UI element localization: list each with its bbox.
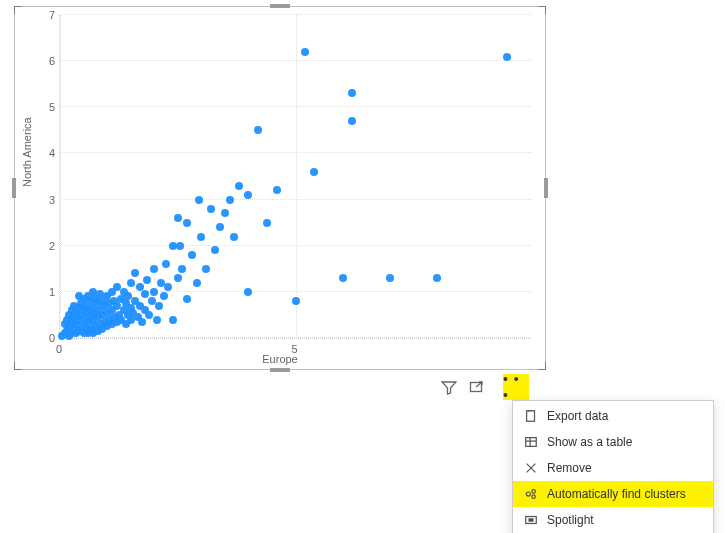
visual-toolbar <box>440 379 486 397</box>
data-point[interactable] <box>348 89 356 97</box>
gridline-v <box>296 15 297 338</box>
data-point[interactable] <box>301 48 309 56</box>
spotlight-icon <box>523 512 539 528</box>
svg-rect-7 <box>528 518 533 522</box>
data-point[interactable] <box>244 288 252 296</box>
x-tick-label: 5 <box>291 343 297 355</box>
menu-item-clusters[interactable]: Automatically find clusters <box>513 481 713 507</box>
y-tick-label: 2 <box>41 240 55 252</box>
data-point[interactable] <box>433 274 441 282</box>
menu-item-remove[interactable]: Remove <box>513 455 713 481</box>
data-point[interactable] <box>174 214 182 222</box>
y-tick-label: 4 <box>41 147 55 159</box>
table-icon <box>523 434 539 450</box>
data-point[interactable] <box>155 302 163 310</box>
data-point[interactable] <box>160 292 168 300</box>
data-point[interactable] <box>176 242 184 250</box>
data-point[interactable] <box>169 316 177 324</box>
svg-point-5 <box>532 495 536 499</box>
data-point[interactable] <box>141 290 149 298</box>
context-menu: Export dataShow as a tableRemoveAutomati… <box>512 400 714 533</box>
data-point[interactable] <box>235 182 243 190</box>
data-point[interactable] <box>195 196 203 204</box>
data-point[interactable] <box>221 209 229 217</box>
filter-icon[interactable] <box>440 379 458 397</box>
data-point[interactable] <box>254 126 262 134</box>
y-tick-label: 6 <box>41 55 55 67</box>
data-point[interactable] <box>503 53 511 61</box>
data-point[interactable] <box>216 223 224 231</box>
close-icon <box>523 460 539 476</box>
resize-handle-br[interactable] <box>538 362 546 370</box>
data-point[interactable] <box>244 191 252 199</box>
data-point[interactable] <box>183 295 191 303</box>
y-axis-label: North America <box>21 117 33 187</box>
menu-item-label: Remove <box>547 461 592 475</box>
svg-rect-1 <box>527 411 535 422</box>
data-point[interactable] <box>143 276 151 284</box>
data-point[interactable] <box>174 274 182 282</box>
resize-handle-top[interactable] <box>270 4 290 8</box>
resize-handle-left[interactable] <box>12 178 16 198</box>
resize-handle-tl[interactable] <box>14 6 22 14</box>
svg-point-4 <box>532 490 536 494</box>
data-point[interactable] <box>138 318 146 326</box>
data-point[interactable] <box>162 260 170 268</box>
clusters-icon <box>523 486 539 502</box>
export-icon <box>523 408 539 424</box>
data-point[interactable] <box>230 233 238 241</box>
menu-item-export[interactable]: Export data <box>513 403 713 429</box>
menu-item-label: Spotlight <box>547 513 594 527</box>
menu-item-spotlight[interactable]: Spotlight <box>513 507 713 533</box>
y-tick-label: 1 <box>41 286 55 298</box>
data-point[interactable] <box>292 297 300 305</box>
data-point[interactable] <box>310 168 318 176</box>
data-point[interactable] <box>178 265 186 273</box>
menu-item-label: Show as a table <box>547 435 632 449</box>
resize-handle-bl[interactable] <box>14 362 22 370</box>
data-point[interactable] <box>207 205 215 213</box>
x-tick-label: 0 <box>56 343 62 355</box>
data-point[interactable] <box>131 269 139 277</box>
data-point[interactable] <box>202 265 210 273</box>
svg-rect-2 <box>526 438 537 447</box>
more-options-button[interactable]: • • • <box>503 374 529 400</box>
chart-visual-frame[interactable]: North America Europe 0123456705 <box>14 6 546 370</box>
data-point[interactable] <box>211 246 219 254</box>
data-point[interactable] <box>197 233 205 241</box>
data-point[interactable] <box>183 219 191 227</box>
resize-handle-bottom[interactable] <box>270 368 290 372</box>
menu-item-table[interactable]: Show as a table <box>513 429 713 455</box>
data-point[interactable] <box>339 274 347 282</box>
resize-handle-right[interactable] <box>544 178 548 198</box>
data-point[interactable] <box>164 283 172 291</box>
menu-item-label: Automatically find clusters <box>547 487 686 501</box>
y-tick-label: 3 <box>41 194 55 206</box>
data-point[interactable] <box>150 288 158 296</box>
data-point[interactable] <box>348 117 356 125</box>
plot-area <box>59 15 531 339</box>
data-point[interactable] <box>263 219 271 227</box>
gridline-v <box>60 15 61 338</box>
data-point[interactable] <box>226 196 234 204</box>
data-point[interactable] <box>153 316 161 324</box>
y-tick-label: 5 <box>41 101 55 113</box>
data-point[interactable] <box>150 265 158 273</box>
data-point[interactable] <box>273 186 281 194</box>
resize-handle-tr[interactable] <box>538 6 546 14</box>
svg-point-3 <box>526 492 530 496</box>
data-point[interactable] <box>188 251 196 259</box>
data-point[interactable] <box>127 279 135 287</box>
menu-item-label: Export data <box>547 409 608 423</box>
focus-mode-icon[interactable] <box>468 379 486 397</box>
data-point[interactable] <box>386 274 394 282</box>
data-point[interactable] <box>193 279 201 287</box>
y-tick-label: 7 <box>41 9 55 21</box>
y-tick-label: 0 <box>41 332 55 344</box>
